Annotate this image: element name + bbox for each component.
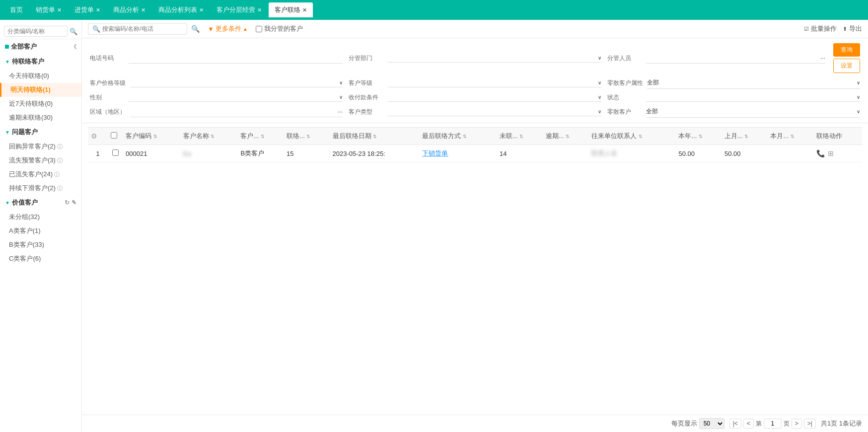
sidebar-item-unclassified[interactable]: 未分组(32): [0, 210, 81, 224]
price-level-select[interactable]: ∨: [130, 78, 343, 87]
dept-select[interactable]: ∨: [387, 54, 601, 63]
gender-select[interactable]: ∨: [129, 93, 343, 102]
info-icon-declining[interactable]: ⓘ: [57, 185, 63, 191]
sidebar-item-class-c[interactable]: C类客户(6): [0, 252, 81, 266]
action-grid-icon[interactable]: ⊞: [828, 149, 834, 157]
sidebar-group-pending[interactable]: ▼ 待联络客户: [0, 54, 81, 69]
batch-op-btn[interactable]: ☑ 批量操作: [804, 24, 837, 33]
customer-type-arrow-icon: ∨: [598, 109, 601, 114]
customer-level-select[interactable]: ∨: [387, 78, 601, 87]
th-date-sort-icon: ⇅: [373, 134, 377, 139]
manager-dots-icon[interactable]: ···: [820, 55, 825, 62]
th-type-sort-icon: ⇅: [261, 134, 265, 139]
last-method-link[interactable]: 下销货单: [422, 149, 448, 157]
my-customers-filter[interactable]: 我分管的客户: [256, 24, 303, 33]
th-last-month[interactable]: 上月... ⇅: [722, 128, 768, 145]
th-last-contact-method[interactable]: 最后联络方式 ⇅: [419, 128, 497, 145]
page-size-select[interactable]: 50 100 200: [699, 418, 724, 429]
status-select[interactable]: ∨: [646, 93, 860, 102]
sidebar-item-tomorrow-pending[interactable]: 明天待联络(1): [0, 83, 81, 97]
th-name[interactable]: 客户名称 ⇅: [180, 128, 238, 145]
customer-type-select[interactable]: ∨: [387, 107, 601, 116]
sidebar-group-problem[interactable]: ▼ 问题客户: [0, 125, 81, 140]
sidebar-item-7days-pending[interactable]: 近7天待联络(0): [0, 97, 81, 111]
select-all-checkbox[interactable]: [111, 132, 117, 139]
first-page-btn[interactable]: |<: [729, 419, 741, 429]
phone-input[interactable]: [129, 53, 343, 64]
retail-attr-select[interactable]: 全部 ∨: [647, 77, 860, 89]
th-name-sort-icon: ⇅: [211, 134, 215, 139]
more-filter-btn[interactable]: ▼ 更多条件 ▲: [204, 23, 252, 35]
my-customers-checkbox[interactable]: [256, 26, 262, 32]
last-page-btn[interactable]: >|: [804, 419, 816, 429]
nav-close-product-analysis-list[interactable]: ✕: [199, 7, 204, 13]
sidebar-group-value[interactable]: ▼ 价值客户 ↻ ✎: [0, 195, 81, 210]
prev-page-btn[interactable]: <: [743, 419, 754, 429]
sidebar-item-churned[interactable]: 已流失客户(24) ⓘ: [0, 167, 81, 181]
nav-purchase-order[interactable]: 进货单 ✕: [69, 2, 106, 17]
sidebar-search-input[interactable]: [4, 26, 68, 37]
area-select[interactable]: ···: [130, 107, 343, 117]
export-icon: ⬆: [843, 26, 847, 32]
sidebar-collapse-icon[interactable]: 《: [71, 43, 76, 51]
nav-product-analysis[interactable]: 商品分析 ✕: [107, 2, 151, 17]
action-phone-icon[interactable]: 📞: [816, 149, 825, 157]
th-code[interactable]: 客户编码 ⇅: [123, 128, 180, 145]
retail-customer-select[interactable]: 全部 ∨: [646, 106, 860, 118]
sidebar-item-churn-warning[interactable]: 流失预警客户(3) ⓘ: [0, 153, 81, 167]
nav-sales-order[interactable]: 销货单 ✕: [30, 2, 68, 17]
payment-select[interactable]: ∨: [387, 93, 601, 102]
filter-customer-level: 客户等级 ∨: [349, 77, 601, 89]
area-dots-icon[interactable]: ···: [338, 108, 343, 115]
nav-customer-contact[interactable]: 客户联络 ✕: [269, 2, 313, 17]
search-input[interactable]: [102, 25, 183, 32]
cell-check[interactable]: [108, 145, 123, 162]
th-contact[interactable]: 联络... ⇅: [284, 128, 330, 145]
nav-close-sales-order[interactable]: ✕: [57, 7, 62, 13]
filter-price-level: 客户价格等级 ∨: [90, 77, 343, 89]
nav-close-customer-contact[interactable]: ✕: [302, 7, 307, 13]
info-icon-churn[interactable]: ⓘ: [57, 157, 63, 163]
query-btn[interactable]: 查询: [833, 43, 860, 57]
th-this-year[interactable]: 本年... ⇅: [675, 128, 722, 145]
sidebar-item-repurchase-anomaly[interactable]: 回购异常客户(2) ⓘ: [0, 140, 81, 153]
info-icon-repurchase[interactable]: ⓘ: [57, 144, 63, 149]
cell-last-method: 下销货单: [419, 145, 497, 162]
sidebar-item-overdue-contact[interactable]: 逾期未联络(30): [0, 111, 81, 125]
th-settings[interactable]: ⚙: [88, 128, 108, 145]
export-btn[interactable]: ⬆ 导出: [843, 24, 862, 33]
page-input[interactable]: [764, 419, 782, 429]
row-checkbox[interactable]: [112, 149, 119, 156]
th-check[interactable]: [108, 128, 123, 145]
customer-table: ⚙ 客户编码 ⇅ 客户名称 ⇅: [88, 127, 862, 162]
sidebar-item-class-a[interactable]: A类客户(1): [0, 224, 81, 238]
nav-close-purchase-order[interactable]: ✕: [96, 7, 100, 13]
sidebar-item-class-b[interactable]: B类客户(33): [0, 238, 81, 252]
next-page-btn[interactable]: >: [792, 419, 802, 429]
settings-btn[interactable]: 设置: [833, 59, 860, 73]
value-refresh-icon[interactable]: ↻: [65, 199, 70, 206]
sidebar-item-today-pending[interactable]: 今天待联络(0): [0, 69, 81, 83]
th-contacts[interactable]: 往来单位联系人 ⇅: [588, 128, 675, 145]
value-edit-icon[interactable]: ✎: [72, 199, 76, 206]
sidebar-item-declining[interactable]: 持续下滑客户(2) ⓘ: [0, 181, 81, 195]
nav-home[interactable]: 首页: [4, 2, 29, 17]
th-customer-type[interactable]: 客户... ⇅: [237, 128, 284, 145]
info-icon-churned[interactable]: ⓘ: [54, 171, 60, 177]
nav-customer-tier[interactable]: 客户分层经营 ✕: [211, 2, 268, 17]
th-no-contact[interactable]: 未联... ⇅: [497, 128, 543, 145]
page-size-select-area: 每页显示 50 100 200: [671, 418, 724, 429]
nav-product-analysis-list[interactable]: 商品分析列表 ✕: [152, 2, 210, 17]
nav-close-product-analysis[interactable]: ✕: [141, 7, 145, 13]
sidebar-search-icon[interactable]: 🔍: [70, 28, 77, 35]
manager-select[interactable]: ···: [646, 53, 825, 64]
th-last-contact-date[interactable]: 最后联络日期 ⇅: [330, 128, 420, 145]
th-this-month[interactable]: 本月... ⇅: [767, 128, 813, 145]
th-action: 联络动作: [813, 128, 862, 145]
payment-arrow-icon: ∨: [598, 94, 601, 100]
nav-close-customer-tier[interactable]: ✕: [257, 7, 262, 13]
th-overdue[interactable]: 逾期... ⇅: [543, 128, 589, 145]
table-settings-icon[interactable]: ⚙: [91, 132, 97, 140]
search-btn[interactable]: 🔍: [191, 25, 200, 33]
sidebar-all-customers[interactable]: 全部客户 《: [0, 39, 81, 54]
